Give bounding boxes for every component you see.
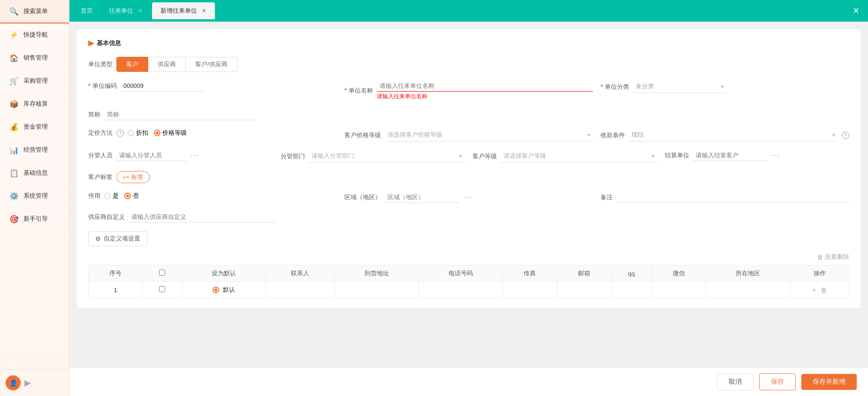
manager-input[interactable]: [116, 150, 187, 161]
basic-info-card: ▶ 基本信息 单位类型 客户 供应商 客户/供应商 单位编码: [77, 29, 860, 308]
default-label: 默认: [223, 286, 235, 294]
region-more-icon[interactable]: ···: [464, 193, 472, 202]
row-wechat: [652, 282, 706, 298]
cart-icon: 🛒: [9, 76, 19, 85]
manager-row: 分管人员 ··· 分管部门 请输入分管部门 ▾ 客户等级 请选择客户等级 ▾: [88, 150, 849, 163]
settlement-label: 结算单位: [665, 151, 689, 160]
disabled-radio-group: 是 否: [104, 192, 139, 200]
delete-row-icon[interactable]: 🗑: [821, 287, 827, 294]
region-field: 区域（地区） ···: [344, 192, 593, 203]
unit-type-buttons: 客户 供应商 客户/供应商: [116, 57, 237, 72]
row-select-checkbox[interactable]: [159, 286, 165, 292]
col-checkbox[interactable]: [143, 265, 182, 282]
pricing-radio-group: 折扣 价格等级: [128, 129, 187, 137]
customer-price-level-placeholder: 请选择客户价格等级: [388, 131, 442, 139]
unit-code-label: 单位编码: [88, 82, 117, 90]
save-button[interactable]: 保存: [759, 373, 796, 390]
unit-category-select[interactable]: 未分类 ▾: [633, 80, 727, 93]
unit-type-label: 单位类型: [88, 60, 113, 69]
sidebar-item-operations[interactable]: 📊 经营管理: [0, 139, 69, 162]
tab-home[interactable]: 首页: [74, 2, 99, 19]
radio-yes[interactable]: 是: [104, 192, 119, 200]
sidebar-item-sales[interactable]: 🏠 销售管理: [0, 47, 69, 70]
gear-icon: ⚙️: [9, 191, 19, 201]
settlement-input[interactable]: [693, 150, 768, 161]
department-select[interactable]: 请输入分管部门 ▾: [309, 150, 465, 163]
sidebar-item-label: 系统管理: [23, 192, 48, 200]
radio-no-circle: [124, 193, 131, 199]
batch-delete-button[interactable]: 🗑 批量删除: [817, 253, 849, 261]
manager-more-icon[interactable]: ···: [190, 151, 199, 160]
pricing-help-icon[interactable]: ?: [116, 129, 124, 137]
code-name-category-row: 单位编码 单位名称 请输入往来单位名称 单位分类 未分类 ▾: [88, 80, 849, 101]
radio-discount-label: 折扣: [136, 129, 148, 137]
section-icon: ▶: [88, 39, 94, 47]
radio-no[interactable]: 否: [124, 192, 139, 200]
sidebar-item-label: 资金管理: [23, 123, 48, 131]
pricing-row: 定价方法 ? 折扣 价格等级 客户价格等级: [88, 129, 849, 141]
radio-price-level[interactable]: 价格等级: [154, 129, 187, 137]
sidebar-item-basic[interactable]: 📋 基础信息: [0, 162, 69, 185]
col-region: 所在地区: [706, 265, 790, 282]
row-actions: + 🗑: [790, 282, 849, 298]
tab-new-partner-close[interactable]: ✕: [202, 8, 206, 14]
disabled-row: 停用 是 否 区域（地区） ···: [88, 192, 849, 203]
save-and-new-button[interactable]: 保存并新增: [801, 374, 857, 390]
sidebar-item-label: 基础信息: [23, 169, 48, 177]
sidebar-item-search[interactable]: 🔍 搜索菜单: [0, 0, 69, 23]
sidebar-item-purchase[interactable]: 🛒 采购管理: [0, 70, 69, 93]
col-wechat: 微信: [652, 265, 706, 282]
tab-partners[interactable]: 往来单位 ✕: [100, 2, 151, 19]
close-all-tabs[interactable]: ✕: [849, 4, 863, 18]
unit-name-wrapper: 请输入往来单位名称: [377, 80, 593, 101]
row-checkbox[interactable]: [143, 282, 182, 298]
user-avatar[interactable]: 👤: [6, 375, 21, 390]
default-radio[interactable]: 默认: [187, 286, 261, 294]
customer-level-select[interactable]: 请选择客户等级 ▾: [501, 150, 657, 163]
chart-icon: 📊: [9, 145, 19, 155]
unit-name-input[interactable]: [377, 80, 593, 92]
settlement-field: 结算单位 ···: [665, 150, 850, 161]
customer-tag-field: 客户标签 + + 标签: [88, 171, 849, 183]
type-btn-supplier[interactable]: 供应商: [148, 57, 186, 72]
customer-price-level-select[interactable]: 请选择客户价格等级 ▾: [385, 129, 593, 141]
unit-name-label: 单位名称: [344, 86, 373, 95]
row-default[interactable]: 默认: [182, 282, 266, 298]
type-btn-customer[interactable]: 客户: [116, 57, 148, 72]
cancel-button[interactable]: 取消: [717, 373, 754, 390]
add-row-icon[interactable]: +: [813, 287, 816, 294]
short-name-label: 简称: [88, 110, 100, 119]
region-input[interactable]: [385, 192, 460, 203]
sidebar-bottom: 👤 ▶: [0, 369, 69, 396]
sidebar-item-finance[interactable]: 💰 资金管理: [0, 116, 69, 139]
payment-terms-value: 现结: [632, 131, 644, 139]
remark-input[interactable]: [617, 192, 849, 203]
sidebar-expand-icon[interactable]: ▶: [24, 378, 31, 388]
short-name-input[interactable]: [104, 109, 257, 120]
tab-new-partner[interactable]: 新增往来单位 ✕: [152, 2, 215, 19]
sidebar-item-inventory[interactable]: 📦 库存核算: [0, 93, 69, 116]
supplier-custom-field: 供应商自定义: [88, 211, 276, 223]
unit-code-input[interactable]: [121, 80, 205, 92]
radio-discount[interactable]: 折扣: [128, 129, 148, 137]
tab-partners-close[interactable]: ✕: [138, 8, 143, 14]
unit-type-field: 单位类型 客户 供应商 客户/供应商: [88, 57, 849, 72]
payment-terms-select[interactable]: 现结 ▾: [629, 129, 838, 141]
col-email: 邮箱: [557, 265, 611, 282]
row-phone: [419, 282, 503, 298]
radio-yes-label: 是: [113, 192, 119, 200]
payment-terms-label: 收款条件: [601, 131, 625, 140]
table-toolbar: 🗑 批量删除: [88, 253, 849, 261]
sidebar-item-quick-nav[interactable]: ⚡ 快捷导航: [0, 23, 69, 47]
sidebar-item-system[interactable]: ⚙️ 系统管理: [0, 185, 69, 208]
type-btn-both[interactable]: 客户/供应商: [186, 57, 237, 72]
custom-settings-button[interactable]: ⚙ 自定义项设置: [88, 231, 147, 246]
select-all-checkbox[interactable]: [159, 270, 165, 276]
add-tag-button[interactable]: + + 标签: [116, 171, 150, 183]
sidebar-item-guide[interactable]: 🎯 新手引导: [0, 208, 69, 231]
payment-help-icon[interactable]: ?: [842, 132, 849, 139]
chevron-down-icon: ▾: [587, 132, 590, 138]
settlement-more-icon[interactable]: ···: [772, 151, 781, 160]
supplier-custom-input[interactable]: [129, 211, 276, 223]
box-icon: 📦: [9, 99, 19, 109]
